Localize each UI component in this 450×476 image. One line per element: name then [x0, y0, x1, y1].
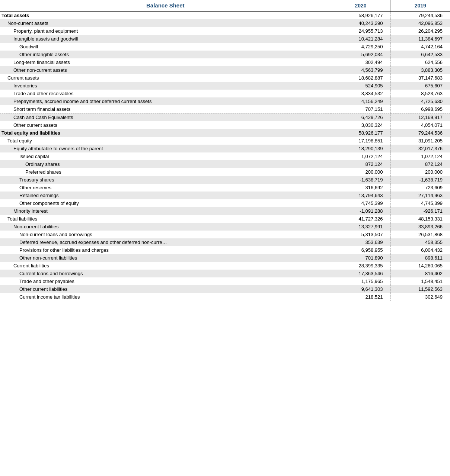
- table-row: Other current assets3,030,3244,054,071: [0, 121, 450, 129]
- row-label: Deferred revenue, accrued expenses and o…: [0, 238, 331, 246]
- row-label: Inventories: [0, 82, 331, 90]
- row-label: Non-current assets: [0, 19, 331, 27]
- row-label: Current assets: [0, 74, 331, 82]
- value-2020: 1,175,965: [331, 277, 390, 285]
- row-label: Total equity: [0, 137, 331, 145]
- table-row: Trade and other receivables3,834,5328,52…: [0, 90, 450, 97]
- row-label: Other non-current liabilities: [0, 254, 331, 262]
- value-2019: 37,147,683: [390, 74, 450, 82]
- value-2019: 816,402: [390, 270, 450, 277]
- value-2019: 26,531,868: [390, 231, 450, 238]
- table-row: Intangible assets and goodwill10,421,284…: [0, 35, 450, 43]
- row-label: Current liabilities: [0, 262, 331, 270]
- value-2019: 48,153,331: [390, 215, 450, 223]
- value-2019: 79,244,536: [390, 129, 450, 137]
- value-2020: 28,399,335: [331, 262, 390, 270]
- value-2019: 11,384,697: [390, 35, 450, 43]
- value-2019: 200,000: [390, 168, 450, 176]
- value-2019: -1,638,719: [390, 176, 450, 184]
- table-row: Other components of equity4,745,3994,745…: [0, 199, 450, 207]
- row-label: Preferred shares: [0, 168, 331, 176]
- row-label: Retained earnings: [0, 192, 331, 199]
- table-row: Current assets18,682,88737,147,683: [0, 74, 450, 82]
- value-2019: 3,883,305: [390, 66, 450, 74]
- value-2020: 18,290,139: [331, 145, 390, 152]
- table-row: Provisions for other liabilities and cha…: [0, 246, 450, 254]
- value-2020: 353,639: [331, 238, 390, 246]
- table-row: Non-current liabilities13,327,99133,893,…: [0, 223, 450, 231]
- col-2020-header: 2020: [331, 0, 390, 11]
- header-row: Balance Sheet 2020 2019: [0, 0, 450, 11]
- table-row: Other current liabilities9,641,30311,592…: [0, 285, 450, 293]
- row-label: Other intangible assets: [0, 51, 331, 58]
- value-2020: 4,745,399: [331, 199, 390, 207]
- value-2020: 9,641,303: [331, 285, 390, 293]
- value-2020: 872,124: [331, 160, 390, 168]
- value-2020: 13,794,643: [331, 192, 390, 199]
- value-2020: -1,638,719: [331, 176, 390, 184]
- table-row: Prepayments, accrued income and other de…: [0, 97, 450, 105]
- row-label: Provisions for other liabilities and cha…: [0, 246, 331, 254]
- row-label: Intangible assets and goodwill: [0, 35, 331, 43]
- value-2019: 27,114,963: [390, 192, 450, 199]
- row-label: Issued capital: [0, 152, 331, 160]
- value-2019: 4,054,071: [390, 121, 450, 129]
- value-2019: 4,745,399: [390, 199, 450, 207]
- value-2020: 200,000: [331, 168, 390, 176]
- table-row: Property, plant and equipment24,955,7132…: [0, 27, 450, 35]
- value-2020: 6,958,955: [331, 246, 390, 254]
- value-2019: 4,742,164: [390, 43, 450, 51]
- table-title: Balance Sheet: [0, 0, 331, 11]
- value-2020: 218,521: [331, 293, 390, 301]
- table-row: Current loans and borrowings17,363,54681…: [0, 270, 450, 277]
- table-row: Short term financial assets707,1516,998,…: [0, 105, 450, 113]
- balance-sheet-table: Balance Sheet 2020 2019 Total assets58,9…: [0, 0, 450, 301]
- table-row: Long-term financial assets302,494624,556: [0, 58, 450, 66]
- col-2019-header: 2019: [390, 0, 450, 11]
- row-label: Prepayments, accrued income and other de…: [0, 97, 331, 105]
- value-2019: 4,725,630: [390, 97, 450, 105]
- table-row: Total equity17,198,85131,091,205: [0, 137, 450, 145]
- row-label: Minority interest: [0, 207, 331, 215]
- table-row: Deferred revenue, accrued expenses and o…: [0, 238, 450, 246]
- value-2020: 5,692,034: [331, 51, 390, 58]
- table-row: Current income tax liabilities218,521302…: [0, 293, 450, 301]
- value-2019: 12,169,917: [390, 113, 450, 122]
- table-row: Other non-current liabilities701,890898,…: [0, 254, 450, 262]
- value-2019: 32,017,376: [390, 145, 450, 152]
- table-row: Issued capital1,072,1241,072,124: [0, 152, 450, 160]
- value-2020: 17,363,546: [331, 270, 390, 277]
- value-2020: 701,890: [331, 254, 390, 262]
- value-2019: 675,607: [390, 82, 450, 90]
- table-row: Other reserves316,692723,609: [0, 184, 450, 192]
- row-label: Long-term financial assets: [0, 58, 331, 66]
- value-2020: 18,682,887: [331, 74, 390, 82]
- value-2019: 458,355: [390, 238, 450, 246]
- value-2020: 707,151: [331, 105, 390, 113]
- row-label: Goodwill: [0, 43, 331, 51]
- table-row: Treasury shares-1,638,719-1,638,719: [0, 176, 450, 184]
- value-2019: 11,592,563: [390, 285, 450, 293]
- value-2020: 13,327,991: [331, 223, 390, 231]
- row-label: Other current liabilities: [0, 285, 331, 293]
- row-label: Equity attributable to owners of the par…: [0, 145, 331, 152]
- value-2019: 1,072,124: [390, 152, 450, 160]
- value-2019: 6,998,695: [390, 105, 450, 113]
- table-row: Total liabilities41,727,32648,153,331: [0, 215, 450, 223]
- table-row: Cash and Cash Equivalents6,429,72612,169…: [0, 113, 450, 122]
- value-2019: 42,096,853: [390, 19, 450, 27]
- row-label: Cash and Cash Equivalents: [0, 113, 331, 122]
- table-row: Non-current assets40,243,29042,096,853: [0, 19, 450, 27]
- row-label: Other non-current assets: [0, 66, 331, 74]
- table-row: Other non-current assets4,563,7993,883,3…: [0, 66, 450, 74]
- value-2019: 31,091,205: [390, 137, 450, 145]
- table-row: Ordinary shares872,124872,124: [0, 160, 450, 168]
- value-2020: 302,494: [331, 58, 390, 66]
- value-2019: -926,171: [390, 207, 450, 215]
- row-label: Non-current loans and borrowings: [0, 231, 331, 238]
- row-label: Total equity and liabilities: [0, 129, 331, 137]
- table-row: Other intangible assets5,692,0346,642,53…: [0, 51, 450, 58]
- value-2020: 58,926,177: [331, 129, 390, 137]
- table-row: Inventories524,905675,607: [0, 82, 450, 90]
- table-row: Preferred shares200,000200,000: [0, 168, 450, 176]
